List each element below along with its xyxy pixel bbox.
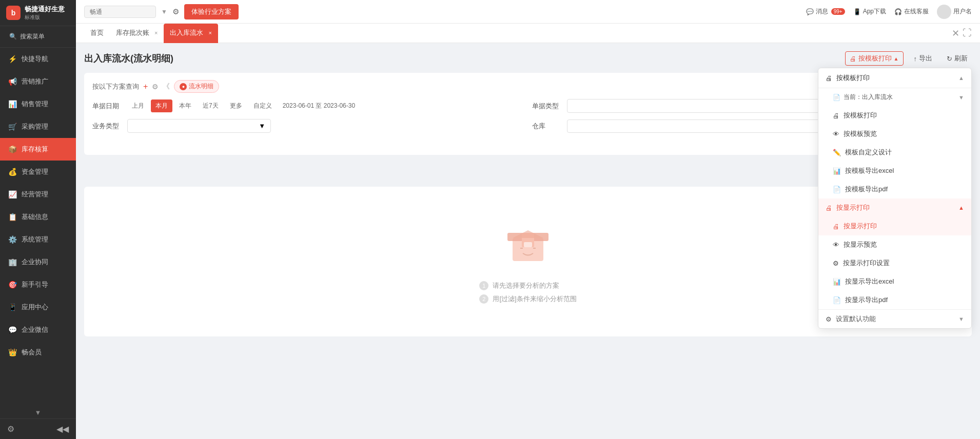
empty-illustration — [502, 217, 554, 269]
collapse-sidebar-icon[interactable]: ◀◀ — [56, 424, 69, 434]
template-pdf-label: 按模板导出pdf — [845, 185, 888, 194]
display-settings-label: 按显示打印设置 — [843, 258, 890, 268]
sidebar-item-basic[interactable]: 📋 基础信息 — [0, 206, 76, 228]
trial-button[interactable]: 体验行业方案 — [184, 4, 239, 19]
default-label: 设置默认功能 — [836, 314, 876, 324]
sidebar-item-search[interactable]: 🔍 搜索菜单 — [5, 30, 71, 43]
date-tab-this-month[interactable]: 本月 — [151, 99, 172, 112]
sidebar-item-operation[interactable]: 📈 经营管理 — [0, 183, 76, 206]
date-tab-7days[interactable]: 近7天 — [198, 99, 223, 112]
warehouse-label: 仓库 — [532, 122, 563, 131]
template-design-item[interactable]: ✏️ 模板自定义设计 — [818, 143, 971, 162]
sidebar-item-app-center[interactable]: 📱 应用中心 — [0, 296, 76, 318]
sidebar-item-marketing[interactable]: 📢 营销推广 — [0, 70, 76, 93]
sidebar-item-quick-nav[interactable]: ⚡ 快捷导航 — [0, 48, 76, 70]
sidebar-item-inventory[interactable]: 📦 库存核算 — [0, 138, 76, 161]
settings-icon[interactable]: ⚙ — [7, 424, 14, 434]
sidebar-item-finance[interactable]: 💰 资金管理 — [0, 161, 76, 183]
topbar-gear-icon[interactable]: ⚙ — [172, 7, 179, 16]
message-badge: 99+ — [831, 8, 845, 15]
current-template-item[interactable]: 📄 当前：出入库流水 ▼ — [818, 88, 971, 106]
filter-settings-icon[interactable]: ⚙ — [152, 83, 159, 91]
template-print-item[interactable]: 🖨 按模板打印 — [818, 106, 971, 125]
page-title: 出入库流水(流水明细) — [84, 52, 173, 65]
filter-collapse-icon[interactable]: 《 — [163, 82, 170, 91]
sidebar-item-member[interactable]: 👑 畅会员 — [0, 341, 76, 364]
date-tab-this-year[interactable]: 本年 — [174, 99, 196, 112]
refresh-button[interactable]: ↻ 刷新 — [943, 52, 972, 65]
biz-type-chevron-icon: ▼ — [259, 122, 265, 130]
template-preview-label: 按模板预览 — [844, 129, 877, 138]
template-excel-item[interactable]: 📊 按模板导出excel — [818, 162, 971, 180]
display-excel-icon: 📊 — [833, 278, 841, 286]
print-template-button[interactable]: 🖨 按模板打印 ▲ — [845, 51, 904, 66]
filter-add-icon[interactable]: + — [143, 82, 148, 91]
set-default-item[interactable]: ⚙ 设置默认功能 ▼ — [818, 309, 971, 328]
topbar-search-input[interactable] — [84, 6, 156, 18]
tab-batch-account-label: 库存批次账 — [116, 28, 149, 37]
date-tab-more[interactable]: 更多 — [225, 99, 247, 112]
display-print-item[interactable]: 🖨 按显示打印 — [818, 217, 971, 235]
display-print-settings-item[interactable]: ⚙ 按显示打印设置 — [818, 254, 971, 272]
default-settings-icon: ⚙ — [826, 315, 832, 323]
dropdown-header-chevron[interactable]: ▲ — [958, 75, 964, 81]
sidebar-item-purchase[interactable]: 🛒 采购管理 — [0, 115, 76, 138]
tab-home-label: 首页 — [90, 28, 104, 37]
user-avatar-area[interactable]: 用户名 — [937, 5, 972, 19]
sidebar-item-wechat[interactable]: 💬 企业微信 — [0, 318, 76, 341]
display-print-header-icon: 🖨 — [826, 204, 832, 212]
sidebar-footer: ⚙ ◀◀ — [0, 418, 76, 439]
operation-icon: 📈 — [7, 189, 17, 199]
sidebar-item-system[interactable]: ⚙️ 系统管理 — [0, 228, 76, 251]
display-excel-item[interactable]: 📊 按显示导出excel — [818, 272, 971, 291]
app-download-icon: 📱 — [853, 8, 861, 15]
preview-item-icon: 👁 — [833, 130, 839, 138]
export-icon: ↑ — [914, 55, 917, 63]
display-preview-item[interactable]: 👁 按显示预览 — [818, 235, 971, 254]
current-chevron-icon[interactable]: ▼ — [958, 94, 964, 101]
tab-in-out-flow-close[interactable]: × — [208, 30, 211, 36]
display-print-section-header[interactable]: 🖨 按显示打印 ▲ — [818, 198, 971, 217]
display-section-chevron[interactable]: ▲ — [958, 205, 964, 211]
close-window-icon[interactable]: ✕ — [952, 28, 959, 39]
guide-icon: 🎯 — [7, 280, 17, 290]
footer-chevron-icon[interactable]: ▼ — [958, 316, 964, 322]
export-button[interactable]: ↑ 导出 — [910, 52, 937, 65]
maximize-icon[interactable]: ⛶ — [963, 28, 972, 38]
svg-rect-4 — [524, 242, 532, 247]
filter-label: 按以下方案查询 — [92, 82, 139, 91]
online-service-item[interactable]: 🎧 在线客服 — [894, 7, 929, 16]
message-item[interactable]: 💬 消息 99+ — [806, 7, 845, 16]
tab-batch-account[interactable]: 库存批次账 × — [110, 24, 164, 43]
template-pdf-item[interactable]: 📄 按模板导出pdf — [818, 180, 971, 198]
tabs-bar: 首页 库存批次账 × 出入库流水 × ✕ ⛶ — [76, 24, 980, 43]
message-icon: 💬 — [806, 8, 814, 15]
message-label: 消息 — [816, 7, 828, 16]
display-pdf-item[interactable]: 📄 按显示导出pdf — [818, 291, 971, 309]
tab-home[interactable]: 首页 — [84, 24, 110, 43]
system-icon: ⚙️ — [7, 234, 17, 245]
sidebar-scroll-down[interactable]: ▼ — [0, 407, 76, 418]
print-template-label: 按模板打印 — [858, 54, 892, 63]
sidebar-item-enterprise[interactable]: 🏢 企业协同 — [0, 251, 76, 273]
basic-label: 基础信息 — [22, 212, 48, 222]
topbar-dropdown-arrow[interactable]: ▼ — [161, 8, 167, 15]
tab-in-out-flow[interactable]: 出入库流水 × — [164, 24, 218, 43]
sidebar-item-sales[interactable]: 📊 销售管理 — [0, 93, 76, 115]
online-service-label: 在线客服 — [904, 7, 929, 16]
template-design-label: 模板自定义设计 — [845, 148, 892, 157]
display-print-label: 按显示打印 — [844, 222, 877, 231]
guide-label: 新手引导 — [22, 280, 48, 289]
sidebar-item-guide[interactable]: 🎯 新手引导 — [0, 273, 76, 296]
filter-tag-label: 流水明细 — [189, 82, 213, 91]
biz-type-select[interactable]: ▼ — [127, 119, 271, 133]
tab-batch-account-close[interactable]: × — [154, 30, 158, 36]
date-tab-custom[interactable]: 自定义 — [249, 99, 277, 112]
date-tabs: 上月 本月 本年 近7天 更多 自定义 — [127, 99, 277, 112]
current-template-label: 当前：出入库流水 — [844, 93, 893, 102]
app-download-item[interactable]: 📱 App下载 — [853, 7, 886, 16]
date-tab-last-month[interactable]: 上月 — [127, 99, 149, 112]
printer-icon: 🖨 — [850, 55, 856, 63]
filter-tag[interactable]: ● 流水明细 — [174, 80, 219, 93]
template-preview-item[interactable]: 👁 按模板预览 — [818, 125, 971, 143]
